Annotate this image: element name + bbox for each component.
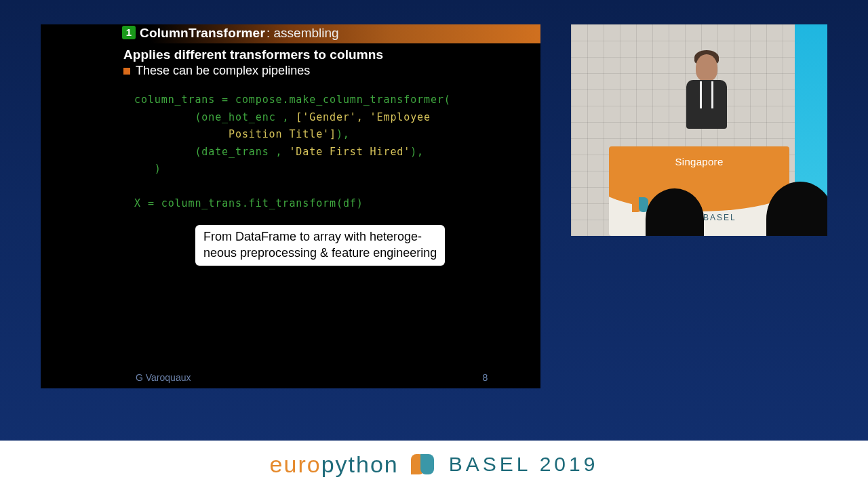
slide-callout: From DataFrame to array with heteroge- n… <box>195 225 445 266</box>
speaker-figure <box>682 54 731 129</box>
code-l6b: = <box>148 197 161 209</box>
bullet-text: These can be complex pipelines <box>136 64 310 78</box>
code-l1a: column_trans <box>134 94 222 106</box>
code-l6c: column_trans.fit_transform(df) <box>161 197 363 209</box>
slide-subtitle: Applies different transformers to column… <box>60 47 521 62</box>
podium-label: Singapore <box>609 146 789 178</box>
code-l2b: ['Gender', 'Employee <box>296 111 431 123</box>
slide-title-main: ColumnTransformer <box>140 26 265 41</box>
speaker-video-pip: Singapore python BASEL <box>571 24 827 236</box>
slide-page-number: 8 <box>482 372 488 383</box>
slide-bullet: These can be complex pipelines <box>60 64 521 78</box>
code-l4c: ), <box>410 146 424 158</box>
code-l3b: Position Title'] <box>229 128 336 140</box>
section-number-badge: 1 <box>122 26 136 39</box>
code-l3c: ), <box>336 128 350 140</box>
code-l6a: X <box>134 197 148 209</box>
slide-footer: G Varoquaux 8 <box>41 372 540 383</box>
podium-logo-sub: BASEL <box>703 213 736 222</box>
code-l1c: compose.make_column_transformer( <box>235 94 451 106</box>
code-l2a: (one_hot_enc , <box>195 111 296 123</box>
slide-title-suffix: : assembling <box>267 26 339 41</box>
code-l4b: 'Date First Hired' <box>289 146 410 158</box>
callout-line2: neous preprocessing & feature engineerin… <box>203 245 437 261</box>
presentation-slide: 1 ColumnTransformer : assembling Applies… <box>41 24 540 388</box>
slide-body: Applies different transformers to column… <box>41 43 540 266</box>
code-l1b: = <box>222 94 235 106</box>
slide-author: G Varoquaux <box>136 372 191 383</box>
code-l4a: (date_trans , <box>195 146 289 158</box>
brand-euro: europython <box>270 451 399 478</box>
slide-title-bar: 1 ColumnTransformer : assembling <box>41 24 540 43</box>
code-l5: ) <box>155 163 161 175</box>
python-logo-icon <box>411 454 437 474</box>
brand-bar: europython BASEL 2019 <box>0 441 868 488</box>
code-block: column_trans = compose.make_column_trans… <box>60 78 521 213</box>
brand-location: BASEL 2019 <box>449 453 599 476</box>
callout-line1: From DataFrame to array with heteroge- <box>203 228 437 245</box>
